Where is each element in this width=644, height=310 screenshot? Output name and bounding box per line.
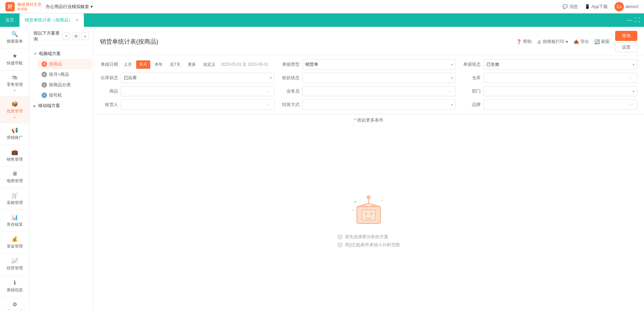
star-icon: ★ [12,53,17,59]
tree-child-by-cashier[interactable]: 司 按司机 [38,90,92,100]
scheme-edit-btn[interactable]: ⚙ [72,33,79,40]
date-btn-custom[interactable]: 自定义 [200,60,218,69]
message-icon: 💬 [562,4,568,9]
help-btn[interactable]: ❓ 帮助 [516,39,532,45]
sidebar-item-inventory[interactable]: 📊 库存核算 [0,210,29,232]
empty-tips: 1 请先选择要分析的方案 2 用[过滤]条件来缩小分析范围 [337,234,399,248]
user-profile-btn[interactable]: Ea demo2 [614,2,639,11]
svg-point-4 [365,213,367,214]
svg-text:✦: ✦ [354,200,357,204]
template-print-btn[interactable]: 🖨 按模板打印 ▾ [537,39,568,45]
salesman-more-icon[interactable]: ··· [447,89,453,94]
filter-item-goods: 商品 ··· [100,86,275,96]
out-status-arrow-icon: ▾ [270,76,272,80]
receiver-select[interactable]: ··· [121,100,275,110]
tree-child-by-month-goods[interactable]: M 按月+商品 [38,69,92,80]
warehouse-more-icon[interactable]: ··· [628,75,634,80]
sidebar-item-finance[interactable]: 💰 资金管理 [0,232,29,254]
empty-state: ✦ ✦ ✦ 1 请先选择要分析的方案 2 用[过滤]条件来缩小分析范围 [93,126,644,310]
settlement-arrow-icon: ▾ [451,103,453,107]
sidebar-item-sales[interactable]: 💼 销售管理 [0,145,29,167]
goods-more-icon[interactable]: ··· [266,89,272,94]
tab-actions: — ⛶ [623,17,644,23]
refresh-btn[interactable]: 🔄 刷新 [594,39,610,45]
status-select[interactable]: 已生效 ▾ [483,59,637,69]
scheme-collapse-btn[interactable]: « [82,33,89,40]
date-btn-last-month[interactable]: 上月 [121,60,135,69]
filter-item-date: 单据日期 上月 本月 本年 近7天 更多 自定义 2023-03-01 至 20… [100,60,275,69]
filter-item-warehouse: 仓库 ··· [463,73,637,83]
sidebar-item-basic[interactable]: ℹ 基础信息 [0,275,29,297]
tip-num-1: 1 [337,234,343,240]
sidebar-item-wholesale[interactable]: 📦 批发管理 ▴ [0,97,29,123]
marketing-icon: 📢 [11,127,18,134]
retail-icon: 🛍 [12,74,17,81]
brand-more-icon[interactable]: ··· [628,102,634,107]
settlement-select[interactable]: ▾ [302,100,456,110]
sidebar-item-operations[interactable]: 📈 经营管理 [0,254,29,275]
sidebar-item-quick-nav[interactable]: ★ 快捷导航 [0,49,29,70]
tree-parent-mobile[interactable]: ▶ 移动端方案 [30,101,93,111]
filter-row-2: 出库状态 已出库 ▾ 收款状态 ▾ 仓库 [100,73,637,83]
filter-item-brand: 品牌 ··· [463,100,637,110]
receiver-more-icon[interactable]: ··· [266,102,272,107]
refresh-icon: 🔄 [594,39,600,44]
receipt-status-select[interactable]: ▾ [302,73,456,83]
status-select-arrow-icon: ▾ [633,63,634,66]
department-select[interactable]: ▾ [483,86,637,96]
sidebar-item-purchase[interactable]: 🛒 采购管理 [0,188,29,210]
brand-select[interactable]: ··· [483,100,637,110]
operations-icon: 📈 [11,258,18,264]
date-btn-last-7-days[interactable]: 近7天 [167,60,183,69]
filter-item-type: 单据类型 销货单 ▾ [281,59,456,69]
app-download-btn[interactable]: 📱 App下载 [585,4,608,10]
warehouse-select[interactable]: ··· [483,73,637,83]
filter-item-out-status: 出库状态 已出库 ▾ [100,73,275,83]
logo-area: 好 畅捷通好生意 标准版 [5,2,42,11]
salesman-select[interactable]: ··· [302,86,456,96]
date-btn-more[interactable]: 更多 [185,60,199,69]
filter-item-department: 部门 ▾ [463,86,637,96]
sidebar-item-marketing[interactable]: 📢 营销推广 [0,123,29,145]
purchase-icon: 🛒 [11,192,18,199]
message-btn[interactable]: 💬 消息 [562,4,578,10]
tab-maximize-icon[interactable]: ⛶ [635,17,640,23]
scheme-header: 按以下方案查询 + ⚙ « [30,27,93,46]
tab-close-icon[interactable]: ✕ [75,18,78,22]
collapse-bar[interactable]: ^ 收起更多条件 [93,114,644,126]
export-btn[interactable]: 📤 导出 [574,39,589,45]
sidebar-item-retail[interactable]: 🛍 零售管理 ▾ [0,70,29,97]
inventory-icon: 📊 [11,214,18,220]
tree-child-by-category[interactable]: 分 按商品分类 [38,80,92,90]
goods-select[interactable]: ··· [121,86,275,96]
tab-home[interactable]: 首页 [0,13,19,27]
out-status-select[interactable]: 已出库 ▾ [121,73,275,83]
sidebar-item-ecommerce[interactable]: 🖥 电商管理 [0,167,29,188]
filter-item-salesman: 业务员 ··· [281,86,456,96]
search-icon: 🔍 [11,31,18,37]
scheme-icon-by-category: 分 [42,82,47,88]
date-btn-this-year[interactable]: 本年 [152,60,166,69]
tab-minimize-icon[interactable]: — [627,17,632,23]
scheme-icon-by-cashier: 司 [42,93,47,98]
industry-selector[interactable]: 办公用品行业模拟账套 ▾ [46,4,93,10]
filter-area: 单据日期 上月 本月 本年 近7天 更多 自定义 2023-03-01 至 20… [93,55,644,114]
tip-num-2: 2 [337,242,343,248]
filter-row-1: 单据日期 上月 本月 本年 近7天 更多 自定义 2023-03-01 至 20… [100,59,637,69]
sidebar-item-system[interactable]: ⚙ 系统管理 [0,297,29,310]
tab-sales-stat[interactable]: 销货单统计表（按商品） ✕ [19,13,84,27]
svg-point-7 [367,196,370,199]
avatar: Ea [614,2,624,11]
tab-bar: 首页 销货单统计表（按商品） ✕ — ⛶ [0,13,644,27]
date-btn-this-month[interactable]: 本月 [136,60,150,69]
tree-parent-pc[interactable]: ▼ 电脑端方案 [30,49,93,59]
scheme-add-btn[interactable]: + [63,33,70,40]
type-select[interactable]: 销货单 ▾ [302,59,456,69]
tree-child-by-goods[interactable]: 商 按商品 [38,59,92,69]
type-select-arrow-icon: ▾ [451,63,453,66]
query-btn[interactable]: 查询 [615,31,637,41]
sidebar: 🔍 搜索菜单 ★ 快捷导航 🛍 零售管理 ▾ 📦 批发管理 ▴ 📢 营销推广 💼… [0,27,30,310]
sidebar-item-search[interactable]: 🔍 搜索菜单 [0,27,29,49]
filter-item-settlement: 结算方式 ▾ [281,100,456,110]
settings-btn[interactable]: 设置 [615,42,637,52]
